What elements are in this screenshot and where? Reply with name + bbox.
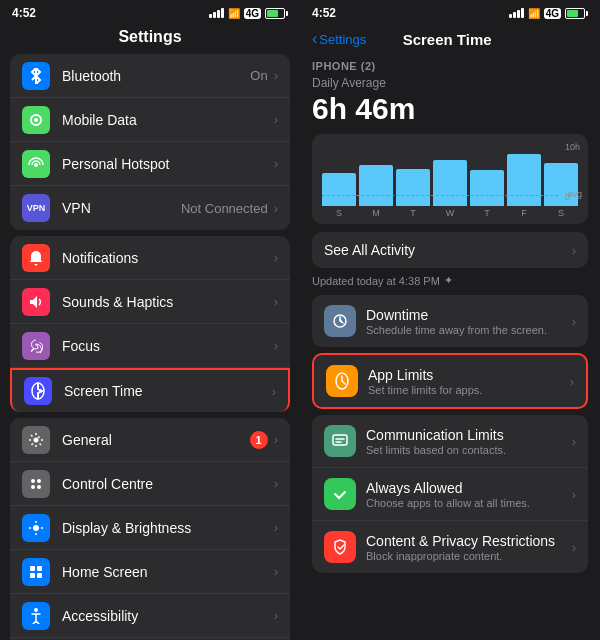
svg-rect-17 bbox=[333, 435, 347, 445]
focus-label: Focus bbox=[62, 338, 274, 354]
wifi-icon-right: 📶 bbox=[528, 8, 540, 19]
svg-point-6 bbox=[31, 485, 35, 489]
svg-point-4 bbox=[31, 479, 35, 483]
svg-rect-11 bbox=[30, 573, 35, 578]
settings-item-vpn[interactable]: VPN VPN Not Connected › bbox=[10, 186, 290, 230]
bluetooth-icon bbox=[22, 62, 50, 90]
settings-item-general[interactable]: General 1 › bbox=[10, 418, 290, 462]
chevron-icon: › bbox=[274, 432, 278, 447]
back-button[interactable]: ‹ Settings bbox=[312, 30, 366, 48]
downtime-title: Downtime bbox=[366, 307, 572, 323]
settings-item-bluetooth[interactable]: Bluetooth On › bbox=[10, 54, 290, 98]
home-screen-label: Home Screen bbox=[62, 564, 274, 580]
settings-item-mobile-data[interactable]: Mobile Data › bbox=[10, 98, 290, 142]
downtime-subtitle: Schedule time away from the screen. bbox=[366, 324, 572, 336]
settings-item-control-centre[interactable]: Control Centre › bbox=[10, 462, 290, 506]
personal-hotspot-label: Personal Hotspot bbox=[62, 156, 274, 172]
see-all-label: See All Activity bbox=[324, 242, 415, 258]
chart-day-label-5: F bbox=[521, 208, 527, 218]
comm-limits-title: Communication Limits bbox=[366, 427, 572, 443]
chart-bars: SMTWTFS bbox=[322, 142, 578, 220]
status-icons-right: 📶 4G bbox=[509, 8, 588, 19]
communication-limits-section: Communication Limits Set limits based on… bbox=[312, 415, 588, 573]
comm-limits-subtitle: Set limits based on contacts. bbox=[366, 444, 572, 456]
settings-item-accessibility[interactable]: Accessibility › bbox=[10, 594, 290, 638]
chevron-icon: › bbox=[272, 384, 276, 399]
content-privacy-title: Content & Privacy Restrictions bbox=[366, 533, 572, 549]
time-left: 4:52 bbox=[12, 6, 36, 20]
chevron-icon: › bbox=[274, 294, 278, 309]
chevron-icon: › bbox=[274, 608, 278, 623]
display-label: Display & Brightness bbox=[62, 520, 274, 536]
sparkle-icon: ✦ bbox=[444, 274, 453, 287]
see-all-activity-row[interactable]: See All Activity › bbox=[312, 232, 588, 268]
back-chevron-icon: ‹ bbox=[312, 30, 317, 48]
daily-time-value: 6h 46m bbox=[312, 92, 588, 126]
section-connectivity: Bluetooth On › Mobile Data › bbox=[0, 54, 300, 230]
settings-item-personal-hotspot[interactable]: Personal Hotspot › bbox=[10, 142, 290, 186]
status-bar-left: 4:52 📶 4G bbox=[0, 0, 300, 24]
status-icons-left: 📶 4G bbox=[209, 8, 288, 19]
accessibility-icon bbox=[22, 602, 50, 630]
settings-item-display[interactable]: Display & Brightness › bbox=[10, 506, 290, 550]
settings-item-notifications[interactable]: Notifications › bbox=[10, 236, 290, 280]
always-allowed-text: Always Allowed Choose apps to allow at a… bbox=[366, 480, 572, 509]
accessibility-label: Accessibility bbox=[62, 608, 274, 624]
chart-day-label-1: M bbox=[372, 208, 380, 218]
app-limits-title: App Limits bbox=[368, 367, 570, 383]
back-label: Settings bbox=[319, 32, 366, 47]
vpn-label: VPN bbox=[62, 200, 181, 216]
nav-header-right: ‹ Settings Screen Time bbox=[300, 24, 600, 52]
chart-day-w-3: W bbox=[433, 160, 467, 218]
comm-limits-chevron-icon: › bbox=[572, 434, 576, 449]
vpn-value: Not Connected bbox=[181, 201, 268, 216]
mobile-data-label: Mobile Data bbox=[62, 112, 274, 128]
content-privacy-icon bbox=[324, 531, 356, 563]
avg-label: avg bbox=[567, 189, 582, 199]
settings-item-screen-time[interactable]: Screen Time › bbox=[10, 368, 290, 412]
downtime-icon bbox=[324, 305, 356, 337]
general-icon bbox=[22, 426, 50, 454]
hotspot-icon bbox=[22, 150, 50, 178]
chevron-icon: › bbox=[274, 338, 278, 353]
control-centre-label: Control Centre bbox=[62, 476, 274, 492]
app-limits-subtitle: Set time limits for apps. bbox=[368, 384, 570, 396]
screen-time-label: Screen Time bbox=[64, 383, 272, 399]
mobile-data-icon bbox=[22, 106, 50, 134]
chart-day-label-4: T bbox=[484, 208, 490, 218]
signal-icon-right bbox=[509, 8, 524, 18]
home-screen-icon bbox=[22, 558, 50, 586]
4g-icon: 4G bbox=[244, 8, 261, 19]
chevron-icon: › bbox=[274, 564, 278, 579]
app-limits-item[interactable]: App Limits Set time limits for apps. › bbox=[314, 355, 586, 407]
chevron-icon: › bbox=[274, 112, 278, 127]
chevron-icon: › bbox=[274, 520, 278, 535]
chevron-icon: › bbox=[274, 201, 278, 216]
svg-rect-10 bbox=[37, 566, 42, 571]
svg-point-13 bbox=[34, 608, 38, 612]
svg-point-5 bbox=[37, 479, 41, 483]
app-limits-section: App Limits Set time limits for apps. › bbox=[312, 353, 588, 409]
app-limits-text: App Limits Set time limits for apps. bbox=[368, 367, 570, 396]
settings-item-focus[interactable]: Focus › bbox=[10, 324, 290, 368]
content-privacy-item[interactable]: Content & Privacy Restrictions Block ina… bbox=[312, 521, 588, 573]
status-bar-right: 4:52 📶 4G bbox=[300, 0, 600, 24]
updated-label: Updated today at 4:38 PM ✦ bbox=[312, 274, 588, 287]
chart-y-max: 10h bbox=[565, 142, 580, 152]
screen-time-icon bbox=[24, 377, 52, 405]
settings-list: Bluetooth On › Mobile Data › bbox=[0, 54, 300, 640]
always-allowed-item[interactable]: Always Allowed Choose apps to allow at a… bbox=[312, 468, 588, 521]
downtime-item[interactable]: Downtime Schedule time away from the scr… bbox=[312, 295, 588, 347]
always-allowed-icon bbox=[324, 478, 356, 510]
downtime-chevron-icon: › bbox=[572, 314, 576, 329]
device-label: IPHONE (2) bbox=[312, 60, 588, 72]
general-label: General bbox=[62, 432, 250, 448]
settings-item-sounds-haptics[interactable]: Sounds & Haptics › bbox=[10, 280, 290, 324]
svg-point-7 bbox=[37, 485, 41, 489]
settings-item-home-screen[interactable]: Home Screen › bbox=[10, 550, 290, 594]
focus-icon bbox=[22, 332, 50, 360]
page-title-left: Settings bbox=[0, 24, 300, 54]
communication-limits-item[interactable]: Communication Limits Set limits based on… bbox=[312, 415, 588, 468]
left-panel: 4:52 📶 4G Settings bbox=[0, 0, 300, 640]
content-privacy-text: Content & Privacy Restrictions Block ina… bbox=[366, 533, 572, 562]
